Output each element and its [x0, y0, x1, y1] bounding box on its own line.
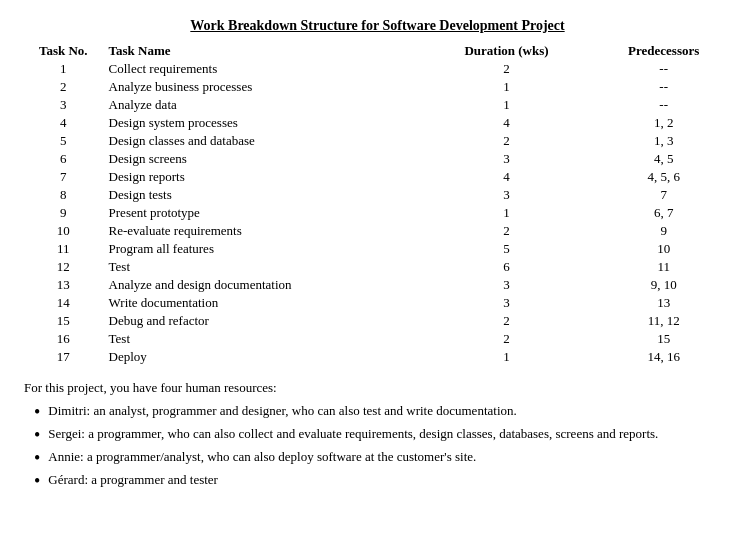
- table-row: 14Write documentation313: [24, 294, 731, 312]
- cell-pred: --: [596, 60, 731, 78]
- header-pred: Predecessors: [596, 42, 731, 60]
- table-row: 15Debug and refactor211, 12: [24, 312, 731, 330]
- table-row: 8Design tests37: [24, 186, 731, 204]
- table-row: 1Collect requirements2--: [24, 60, 731, 78]
- cell-taskno: 7: [24, 168, 103, 186]
- list-item: •Dimitri: an analyst, programmer and des…: [34, 402, 731, 421]
- cell-taskname: Design system processes: [103, 114, 417, 132]
- bullet-icon: •: [34, 426, 40, 444]
- table-row: 6Design screens34, 5: [24, 150, 731, 168]
- cell-taskno: 14: [24, 294, 103, 312]
- table-row: 9Present prototype16, 7: [24, 204, 731, 222]
- cell-taskname: Present prototype: [103, 204, 417, 222]
- table-row: 7Design reports44, 5, 6: [24, 168, 731, 186]
- cell-taskno: 11: [24, 240, 103, 258]
- cell-taskname: Deploy: [103, 348, 417, 366]
- resources-intro: For this project, you have four human re…: [24, 380, 731, 396]
- cell-duration: 2: [417, 132, 597, 150]
- cell-duration: 2: [417, 60, 597, 78]
- cell-pred: 9: [596, 222, 731, 240]
- resources-list: •Dimitri: an analyst, programmer and des…: [24, 402, 731, 490]
- header-duration: Duration (wks): [417, 42, 597, 60]
- cell-duration: 1: [417, 78, 597, 96]
- cell-taskno: 15: [24, 312, 103, 330]
- cell-duration: 2: [417, 312, 597, 330]
- header-taskname: Task Name: [103, 42, 417, 60]
- table-row: 16Test215: [24, 330, 731, 348]
- cell-pred: 15: [596, 330, 731, 348]
- wbs-table: Task No. Task Name Duration (wks) Predec…: [24, 42, 731, 366]
- table-row: 11Program all features510: [24, 240, 731, 258]
- cell-duration: 3: [417, 294, 597, 312]
- list-item: •Sergei: a programmer, who can also coll…: [34, 425, 731, 444]
- cell-duration: 3: [417, 276, 597, 294]
- cell-taskname: Test: [103, 330, 417, 348]
- table-row: 13Analyze and design documentation39, 10: [24, 276, 731, 294]
- resources-section: For this project, you have four human re…: [24, 380, 731, 490]
- table-row: 10Re-evaluate requirements29: [24, 222, 731, 240]
- cell-duration: 5: [417, 240, 597, 258]
- cell-pred: --: [596, 96, 731, 114]
- cell-duration: 3: [417, 186, 597, 204]
- table-row: 2Analyze business processes1--: [24, 78, 731, 96]
- cell-duration: 2: [417, 330, 597, 348]
- cell-taskno: 3: [24, 96, 103, 114]
- cell-taskno: 1: [24, 60, 103, 78]
- cell-taskname: Design screens: [103, 150, 417, 168]
- cell-taskno: 13: [24, 276, 103, 294]
- list-item-text: Sergei: a programmer, who can also colle…: [48, 425, 658, 444]
- cell-taskno: 10: [24, 222, 103, 240]
- table-row: 5Design classes and database21, 3: [24, 132, 731, 150]
- table-row: 4Design system processes41, 2: [24, 114, 731, 132]
- bullet-icon: •: [34, 403, 40, 421]
- cell-taskno: 6: [24, 150, 103, 168]
- cell-taskno: 4: [24, 114, 103, 132]
- header-taskno: Task No.: [24, 42, 103, 60]
- cell-duration: 1: [417, 348, 597, 366]
- cell-duration: 1: [417, 204, 597, 222]
- cell-pred: 13: [596, 294, 731, 312]
- cell-taskname: Write documentation: [103, 294, 417, 312]
- cell-pred: 4, 5, 6: [596, 168, 731, 186]
- cell-duration: 2: [417, 222, 597, 240]
- cell-pred: 14, 16: [596, 348, 731, 366]
- cell-pred: 10: [596, 240, 731, 258]
- bullet-icon: •: [34, 472, 40, 490]
- cell-pred: 1, 2: [596, 114, 731, 132]
- cell-taskname: Program all features: [103, 240, 417, 258]
- list-item-text: Dimitri: an analyst, programmer and desi…: [48, 402, 516, 421]
- cell-taskno: 17: [24, 348, 103, 366]
- table-row: 12Test611: [24, 258, 731, 276]
- cell-taskname: Design reports: [103, 168, 417, 186]
- list-item: •Annie: a programmer/analyst, who can al…: [34, 448, 731, 467]
- cell-pred: 7: [596, 186, 731, 204]
- cell-taskname: Analyze business processes: [103, 78, 417, 96]
- cell-taskno: 9: [24, 204, 103, 222]
- list-item-text: Gérard: a programmer and tester: [48, 471, 218, 490]
- cell-taskname: Analyze data: [103, 96, 417, 114]
- cell-taskno: 5: [24, 132, 103, 150]
- cell-taskname: Re-evaluate requirements: [103, 222, 417, 240]
- list-item-text: Annie: a programmer/analyst, who can als…: [48, 448, 476, 467]
- cell-pred: 9, 10: [596, 276, 731, 294]
- bullet-icon: •: [34, 449, 40, 467]
- cell-duration: 6: [417, 258, 597, 276]
- cell-taskno: 2: [24, 78, 103, 96]
- cell-taskname: Design tests: [103, 186, 417, 204]
- cell-taskno: 16: [24, 330, 103, 348]
- page-title: Work Breakdown Structure for Software De…: [24, 18, 731, 34]
- cell-taskname: Analyze and design documentation: [103, 276, 417, 294]
- cell-pred: --: [596, 78, 731, 96]
- cell-duration: 4: [417, 168, 597, 186]
- cell-duration: 1: [417, 96, 597, 114]
- table-row: 3Analyze data1--: [24, 96, 731, 114]
- cell-pred: 4, 5: [596, 150, 731, 168]
- list-item: •Gérard: a programmer and tester: [34, 471, 731, 490]
- cell-taskname: Test: [103, 258, 417, 276]
- cell-taskno: 12: [24, 258, 103, 276]
- cell-taskname: Debug and refactor: [103, 312, 417, 330]
- cell-taskname: Design classes and database: [103, 132, 417, 150]
- cell-duration: 3: [417, 150, 597, 168]
- cell-pred: 11: [596, 258, 731, 276]
- cell-pred: 6, 7: [596, 204, 731, 222]
